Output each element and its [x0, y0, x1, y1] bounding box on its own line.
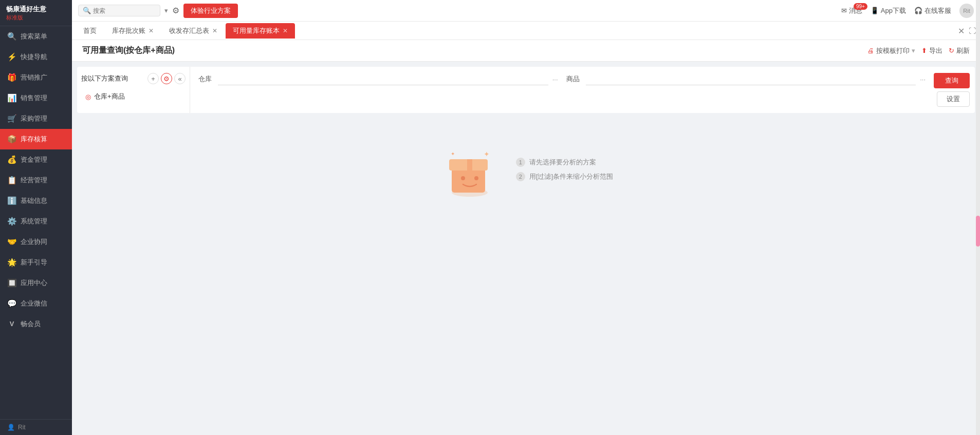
shortcut-icon: ⚡: [7, 52, 16, 62]
tab-available-ledger-label: 可用量库存账本: [233, 26, 280, 35]
app-download-area[interactable]: 📱 App下载: [871, 6, 906, 15]
search-icon: 🔍: [7, 32, 16, 41]
tab-close-icon[interactable]: ✕: [212, 27, 217, 34]
sidebar-item-label: 企业协同: [21, 237, 47, 247]
warehouse-more-icon[interactable]: ···: [552, 75, 558, 83]
warehouse-field-group: 仓库 ···: [198, 73, 558, 85]
settings-icon[interactable]: ⚙: [172, 6, 179, 15]
scheme-warehouse-goods[interactable]: ◎ 仓库+商品: [81, 88, 186, 105]
sidebar-item-enterprise-collab[interactable]: 🤝 企业协同: [0, 232, 72, 252]
tab-home[interactable]: 首页: [76, 23, 104, 39]
hint-item-1: 1 请先选择要分析的方案: [516, 158, 613, 167]
sidebar-item-finance[interactable]: 💰 资金管理: [0, 149, 72, 170]
brand-area: 畅康通好生意 标准版: [0, 0, 72, 26]
message-area[interactable]: ✉ 消息 99+: [841, 6, 862, 15]
sidebar-item-system[interactable]: ⚙️ 系统管理: [0, 211, 72, 232]
query-fields-row-1: 仓库 ··· 商品 ···: [198, 73, 926, 85]
topbar-search-box[interactable]: 🔍: [78, 5, 160, 16]
sidebar-nav: 🔍 搜索菜单 ⚡ 快捷导航 🎁 营销推广 📊 销售管理 🛒 采购管理 📦 库存核…: [0, 26, 72, 419]
hint-num-1: 1: [516, 158, 525, 167]
sidebar-item-basicinfo[interactable]: ℹ️ 基础信息: [0, 191, 72, 211]
goods-input[interactable]: [586, 73, 916, 85]
collapse-sidebar-button[interactable]: «: [174, 73, 186, 84]
goods-field-group: 商品 ···: [566, 73, 926, 85]
sidebar-item-purchase[interactable]: 🛒 采购管理: [0, 108, 72, 129]
hint-text-1: 请先选择要分析的方案: [529, 158, 596, 167]
tab-close-icon[interactable]: ✕: [149, 27, 154, 34]
search-input[interactable]: [93, 7, 150, 14]
tab-receipt-summary-label: 收发存汇总表: [169, 26, 209, 35]
sidebar-item-label: 基础信息: [21, 196, 47, 205]
clipboard-icon: 📋: [7, 176, 16, 185]
gift-icon: 🎁: [7, 73, 16, 82]
sidebar-item-sales[interactable]: 📊 销售管理: [0, 88, 72, 108]
sidebar-item-operations[interactable]: 📋 经营管理: [0, 170, 72, 191]
sidebar-item-shortcut[interactable]: ⚡ 快捷导航: [0, 47, 72, 67]
page-title: 可用量查询(按仓库+商品): [82, 45, 175, 56]
cart-icon: 🛒: [7, 114, 16, 123]
export-icon: ⬆: [921, 47, 927, 54]
add-scheme-button[interactable]: +: [147, 73, 159, 84]
tab-receipt-summary[interactable]: 收发存汇总表 ✕: [162, 23, 225, 39]
tab-available-ledger[interactable]: 可用量库存账本 ✕: [226, 23, 295, 39]
sidebar-item-inventory[interactable]: 📦 库存核算: [0, 129, 72, 149]
scrollbar-track[interactable]: [976, 0, 980, 435]
message-badge: 99+: [854, 3, 867, 10]
scheme-settings-button[interactable]: ⚙: [161, 73, 172, 84]
tab-batch-ledger[interactable]: 库存批次账 ✕: [105, 23, 161, 39]
star-icon: 🌟: [7, 258, 16, 267]
query-fields: 仓库 ··· 商品 ···: [190, 67, 934, 113]
sidebar-item-appcenter[interactable]: 🔲 应用中心: [0, 273, 72, 293]
money-icon: 💰: [7, 155, 16, 164]
scheme-label: 仓库+商品: [94, 92, 125, 101]
brand-name: 畅康通好生意: [6, 5, 66, 14]
export-label: 导出: [929, 46, 942, 55]
refresh-button[interactable]: ↻ 刷新: [949, 46, 970, 55]
settings-button[interactable]: 设置: [937, 91, 970, 107]
sidebar-item-member[interactable]: V 畅会员: [0, 314, 72, 334]
chevron-down-icon[interactable]: ▾: [164, 7, 168, 14]
empty-illustration: ✦ ✦: [441, 141, 498, 198]
svg-text:✦: ✦: [451, 151, 455, 157]
svg-point-4: [461, 176, 465, 180]
handshake-icon: 🤝: [7, 237, 16, 247]
topbar-right: ✉ 消息 99+ 📱 App下载 🎧 在线客服 Rit: [841, 4, 974, 18]
export-button[interactable]: ⬆ 导出: [921, 46, 942, 55]
close-all-tabs-button[interactable]: ✕: [958, 26, 965, 35]
sidebar-item-label: 系统管理: [21, 217, 47, 226]
sidebar-item-label: 资金管理: [21, 155, 47, 164]
tab-home-label: 首页: [83, 26, 97, 35]
online-service-area[interactable]: 🎧 在线客服: [914, 6, 951, 15]
refresh-label: 刷新: [956, 46, 970, 55]
user-avatar-icon: 👤: [7, 424, 15, 431]
print-template-button[interactable]: 🖨 按模板打印 ▾: [867, 46, 915, 55]
sidebar-item-wechat[interactable]: 💬 企业微信: [0, 293, 72, 314]
user-avatar[interactable]: Rit: [959, 4, 974, 18]
goods-more-icon[interactable]: ···: [920, 75, 926, 83]
chart-icon: 📊: [7, 93, 16, 103]
warehouse-field-label: 仓库: [198, 74, 214, 84]
member-icon: V: [7, 320, 16, 328]
industry-solution-button[interactable]: 体验行业方案: [183, 4, 238, 18]
page-content: 可用量查询(按仓库+商品) 🖨 按模板打印 ▾ ⬆ 导出 ↻ 刷新: [72, 40, 980, 435]
brand-sub: 标准版: [6, 14, 66, 22]
tab-close-icon[interactable]: ✕: [283, 27, 288, 34]
print-icon: 🖨: [867, 47, 874, 54]
expand-tabs-button[interactable]: ⛶: [969, 27, 976, 35]
sidebar-footer[interactable]: 👤 Rit: [0, 419, 72, 435]
sidebar-item-onboarding[interactable]: 🌟 新手引导: [0, 252, 72, 273]
warehouse-input[interactable]: [218, 73, 548, 85]
query-sidebar-header: 按以下方案查询 + ⚙ «: [81, 73, 186, 84]
dropdown-icon[interactable]: ▾: [912, 47, 915, 54]
query-sidebar: 按以下方案查询 + ⚙ « ◎ 仓库+商品: [77, 67, 190, 113]
svg-rect-3: [467, 159, 472, 171]
sidebar-item-marketing[interactable]: 🎁 营销推广: [0, 67, 72, 88]
svg-rect-1: [452, 167, 485, 193]
sidebar-item-label: 企业微信: [21, 299, 47, 308]
query-buttons: 查询 设置: [934, 67, 975, 113]
query-button[interactable]: 查询: [934, 73, 970, 88]
sidebar: 畅康通好生意 标准版 🔍 搜索菜单 ⚡ 快捷导航 🎁 营销推广 📊 销售管理 🛒…: [0, 0, 72, 435]
sidebar-item-search[interactable]: 🔍 搜索菜单: [0, 26, 72, 47]
sidebar-item-label: 销售管理: [21, 93, 47, 103]
scrollbar-thumb[interactable]: [976, 216, 980, 247]
